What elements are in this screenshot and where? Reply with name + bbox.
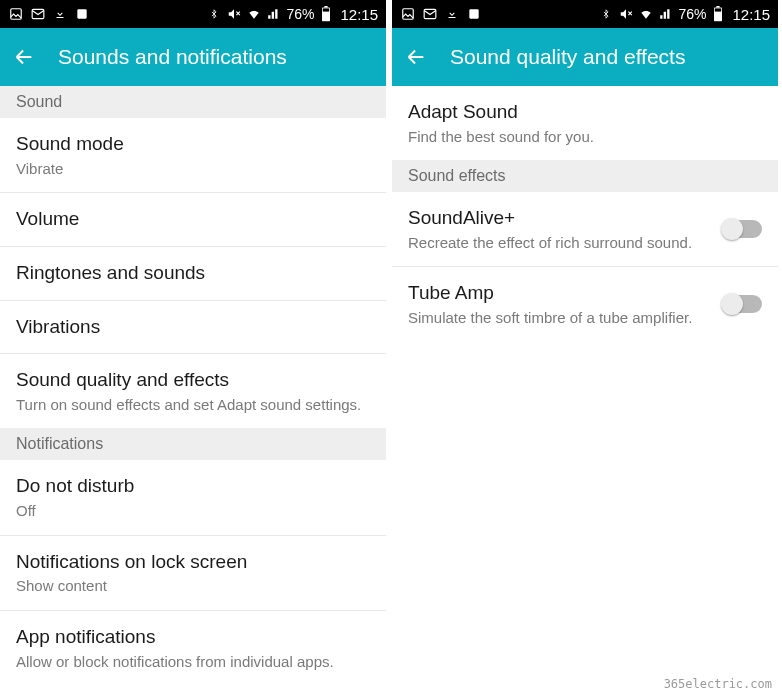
- signal-icon: [658, 6, 674, 22]
- bluetooth-icon: [598, 6, 614, 22]
- image-icon: [400, 6, 416, 22]
- app-bar: Sounds and notifications: [0, 28, 386, 86]
- item-title: Tube Amp: [408, 281, 712, 306]
- item-dnd[interactable]: Do not disturb Off: [0, 460, 386, 535]
- item-sub: Recreate the effect of rich surround sou…: [408, 233, 712, 253]
- svg-rect-17: [715, 8, 721, 11]
- item-sub: Off: [16, 501, 370, 521]
- svg-rect-8: [323, 8, 329, 11]
- item-adapt-sound[interactable]: Adapt Sound Find the best sound for you.: [392, 86, 778, 160]
- mail-icon: [422, 6, 438, 22]
- item-volume[interactable]: Volume: [0, 193, 386, 247]
- battery-icon: [710, 6, 726, 22]
- app-bar: Sound quality and effects: [392, 28, 778, 86]
- wifi-icon: [638, 6, 654, 22]
- page-title: Sound quality and effects: [450, 45, 685, 69]
- item-app-notifs[interactable]: App notifications Allow or block notific…: [0, 611, 386, 685]
- signal-icon: [266, 6, 282, 22]
- page-title: Sounds and notifications: [58, 45, 287, 69]
- svg-rect-3: [77, 9, 86, 18]
- item-sound-quality[interactable]: Sound quality and effects Turn on sound …: [0, 354, 386, 428]
- mute-icon: [618, 6, 634, 22]
- item-tubeamp[interactable]: Tube Amp Simulate the soft timbre of a t…: [392, 267, 778, 341]
- item-lock-notifs[interactable]: Notifications on lock screen Show conten…: [0, 536, 386, 611]
- back-arrow-icon[interactable]: [12, 45, 36, 69]
- item-ringtones[interactable]: Ringtones and sounds: [0, 247, 386, 301]
- battery-percent: 76%: [286, 6, 314, 22]
- svg-rect-9: [403, 9, 414, 20]
- back-arrow-icon[interactable]: [404, 45, 428, 69]
- item-title: Sound mode: [16, 132, 370, 157]
- svg-rect-12: [469, 9, 478, 18]
- item-title: Do not disturb: [16, 474, 370, 499]
- item-vibrations[interactable]: Vibrations: [0, 301, 386, 355]
- svg-rect-11: [449, 17, 456, 18]
- bluetooth-icon: [206, 6, 222, 22]
- status-bar: 76% 12:15: [392, 0, 778, 28]
- item-sub: Allow or block notifications from indivi…: [16, 652, 370, 672]
- clock: 12:15: [732, 6, 770, 23]
- mute-icon: [226, 6, 242, 22]
- watermark: 365electric.com: [664, 677, 772, 691]
- section-sound: Sound: [0, 86, 386, 118]
- image-icon: [8, 6, 24, 22]
- section-sound-effects: Sound effects: [392, 160, 778, 192]
- download-icon: [52, 6, 68, 22]
- app-icon: [74, 6, 90, 22]
- right-screen: 76% 12:15 Sound quality and effects Adap…: [392, 0, 778, 685]
- toggle-tubeamp[interactable]: [722, 295, 762, 313]
- wifi-icon: [246, 6, 262, 22]
- clock: 12:15: [340, 6, 378, 23]
- item-title: SoundAlive+: [408, 206, 712, 231]
- item-title: Notifications on lock screen: [16, 550, 370, 575]
- download-icon: [444, 6, 460, 22]
- svg-rect-7: [325, 6, 328, 8]
- item-sub: Simulate the soft timbre of a tube ampli…: [408, 308, 712, 328]
- left-screen: 76% 12:15 Sounds and notifications Sound…: [0, 0, 386, 685]
- item-title: Adapt Sound: [408, 100, 762, 125]
- item-soundalive[interactable]: SoundAlive+ Recreate the effect of rich …: [392, 192, 778, 267]
- toggle-soundalive[interactable]: [722, 220, 762, 238]
- battery-percent: 76%: [678, 6, 706, 22]
- mail-icon: [30, 6, 46, 22]
- svg-rect-2: [57, 17, 64, 18]
- item-title: Sound quality and effects: [16, 368, 370, 393]
- item-title: Volume: [16, 207, 370, 232]
- item-title: App notifications: [16, 625, 370, 650]
- item-title: Vibrations: [16, 315, 370, 340]
- item-title: Ringtones and sounds: [16, 261, 370, 286]
- app-icon: [466, 6, 482, 22]
- svg-rect-16: [717, 6, 720, 8]
- item-sub: Turn on sound effects and set Adapt soun…: [16, 395, 370, 415]
- battery-icon: [318, 6, 334, 22]
- status-bar: 76% 12:15: [0, 0, 386, 28]
- item-sub: Show content: [16, 576, 370, 596]
- svg-rect-0: [11, 9, 22, 20]
- item-sub: Find the best sound for you.: [408, 127, 762, 147]
- item-sound-mode[interactable]: Sound mode Vibrate: [0, 118, 386, 193]
- section-notifications: Notifications: [0, 428, 386, 460]
- item-sub: Vibrate: [16, 159, 370, 179]
